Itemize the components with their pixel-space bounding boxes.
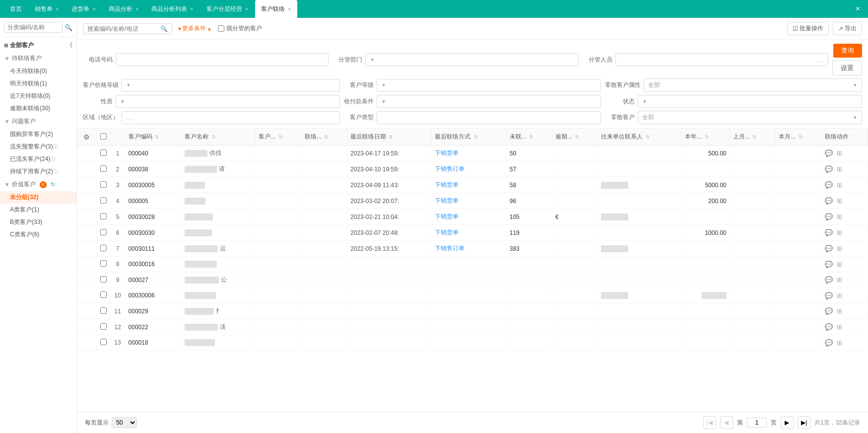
row-checkbox[interactable]: [100, 291, 107, 298]
contact-icon[interactable]: 💬: [825, 181, 833, 189]
prev-page-btn[interactable]: ◀: [720, 416, 733, 429]
sidebar-item-class-a[interactable]: A类客户(1): [0, 204, 76, 216]
status-input[interactable]: ▼: [638, 95, 862, 108]
close-sales-tab[interactable]: ×: [56, 6, 59, 12]
group-value-customers[interactable]: ▼ 价值客户 F ↻: [0, 178, 76, 191]
contact-icon[interactable]: 💬: [825, 149, 833, 157]
more-action-icon[interactable]: ⊞: [837, 339, 842, 347]
sidebar-item-churn-warning[interactable]: 流失预警客户(3)ⓘ: [0, 141, 76, 153]
sidebar-item-today-pending[interactable]: 今天待联络(0): [0, 65, 76, 77]
tab-product-analysis-list[interactable]: 商品分析列表 ×: [145, 0, 199, 18]
sidebar-item-declining[interactable]: 持续下滑客户(2)ⓘ: [0, 165, 76, 178]
tab-home[interactable]: 首页: [4, 0, 28, 18]
next-page-btn[interactable]: ▶: [781, 416, 794, 429]
close-product-analysis-tab[interactable]: ×: [135, 6, 138, 12]
customer-type-input[interactable]: [377, 111, 601, 124]
row-checkbox-cell[interactable]: [96, 241, 110, 257]
retail-attr-input[interactable]: 全部 ▼: [644, 78, 862, 92]
col-last-date[interactable]: 最后联络日期 ⇅: [347, 129, 432, 145]
last-way-link[interactable]: 下销售订单: [435, 245, 465, 252]
refresh-icon[interactable]: ↻: [51, 181, 55, 188]
col-code[interactable]: 客户编码 ⇅: [125, 129, 182, 145]
col-last-way[interactable]: 最后联络方式 ⇅: [432, 129, 507, 145]
more-action-icon[interactable]: ⊞: [837, 197, 842, 205]
col-contacts[interactable]: 往来单位联系人 ⇅: [598, 129, 682, 145]
group-pending-contact[interactable]: ▼ 待联络客户: [0, 52, 76, 65]
row-checkbox-cell[interactable]: [96, 209, 110, 225]
customer-level-input[interactable]: ▼: [377, 79, 601, 92]
select-all-checkbox[interactable]: [100, 133, 107, 140]
sidebar-item-tomorrow-pending[interactable]: 明天待联络(1): [0, 77, 76, 90]
export-btn[interactable]: ↗ 导出: [833, 22, 862, 35]
col-not-contacted[interactable]: 未联... ⇅: [506, 129, 552, 145]
contact-icon[interactable]: 💬: [825, 229, 833, 236]
col-customer-type[interactable]: 客户... ⇅: [256, 129, 301, 145]
col-last-month[interactable]: 上月... ⇅: [730, 129, 775, 145]
query-btn[interactable]: 查询: [833, 44, 862, 58]
col-contact[interactable]: 联络... ⇅: [301, 129, 347, 145]
per-page-select[interactable]: 50 100 200: [112, 417, 137, 428]
first-page-btn[interactable]: |◀: [703, 416, 716, 429]
row-checkbox[interactable]: [100, 245, 107, 251]
row-checkbox[interactable]: [100, 339, 107, 345]
page-input[interactable]: [747, 418, 767, 428]
more-action-icon[interactable]: ⊞: [837, 213, 842, 220]
more-action-icon[interactable]: ⊞: [837, 276, 842, 284]
main-search-icon[interactable]: 🔍: [160, 25, 168, 32]
main-search-input[interactable]: [87, 25, 158, 32]
batch-operations-btn[interactable]: ☑ 批量操作: [787, 22, 829, 35]
settings-icon[interactable]: ⚙: [83, 133, 90, 141]
last-way-link[interactable]: 下销货单: [435, 181, 459, 188]
col-this-month[interactable]: 本月... ⇅: [776, 129, 821, 145]
sidebar-search-input[interactable]: [4, 22, 63, 33]
sidebar-item-ungrouped[interactable]: 未分组(32): [0, 191, 76, 204]
tab-sales[interactable]: 销售单 ×: [29, 0, 65, 18]
contact-icon[interactable]: 💬: [825, 261, 833, 268]
sidebar-item-overdue-pending[interactable]: 逾期未联络(30): [0, 102, 76, 115]
tab-customer-layer[interactable]: 客户分层经营 ×: [200, 0, 254, 18]
row-checkbox[interactable]: [100, 323, 107, 330]
person-input[interactable]: ...: [615, 53, 828, 66]
last-way-link[interactable]: 下销货单: [435, 149, 459, 156]
sidebar-search-icon[interactable]: 🔍: [65, 24, 72, 31]
contact-icon[interactable]: 💬: [825, 213, 833, 220]
more-action-icon[interactable]: ⊞: [837, 261, 842, 268]
row-checkbox-cell[interactable]: [96, 193, 110, 209]
sidebar-item-7days-pending[interactable]: 近7天待联络(0): [0, 90, 76, 102]
row-checkbox[interactable]: [100, 181, 107, 188]
region-input[interactable]: ...: [122, 111, 340, 124]
contact-icon[interactable]: 💬: [825, 165, 833, 173]
row-checkbox[interactable]: [100, 213, 107, 219]
last-page-btn[interactable]: ▶|: [798, 416, 810, 429]
row-checkbox[interactable]: [100, 276, 107, 283]
row-checkbox-cell[interactable]: [96, 335, 110, 351]
my-customers-checkbox[interactable]: [218, 25, 224, 32]
contact-icon[interactable]: 💬: [825, 276, 833, 284]
last-way-link[interactable]: 下销货单: [435, 197, 459, 204]
sidebar-item-hoarding-abnormal[interactable]: 囤购异常客户(2): [0, 128, 76, 141]
close-all-tabs[interactable]: ×: [852, 4, 864, 13]
row-checkbox[interactable]: [100, 229, 107, 235]
all-customers-header[interactable]: ⊞ 全部客户 《: [0, 37, 76, 52]
reset-btn[interactable]: 设置: [832, 61, 862, 75]
last-way-link[interactable]: 下销货单: [435, 229, 459, 236]
col-overdue[interactable]: 逾期... ⇅: [552, 129, 598, 145]
row-checkbox-cell[interactable]: [96, 272, 110, 288]
close-customer-contact-tab[interactable]: ×: [288, 6, 291, 12]
row-checkbox[interactable]: [100, 307, 107, 314]
row-checkbox[interactable]: [100, 197, 107, 204]
row-checkbox[interactable]: [100, 260, 107, 267]
more-action-icon[interactable]: ⊞: [837, 229, 842, 236]
more-conditions-btn[interactable]: ▾ 更多条件 ▲: [178, 24, 212, 33]
col-name[interactable]: 客户名称 ⇅: [182, 129, 256, 145]
sidebar-item-class-c[interactable]: C类客户(6): [0, 228, 76, 241]
col-settings[interactable]: ⚙: [77, 129, 96, 145]
col-this-year[interactable]: 本年... ⇅: [682, 129, 730, 145]
contact-icon[interactable]: 💬: [825, 245, 833, 252]
row-checkbox-cell[interactable]: [96, 257, 110, 272]
row-checkbox-cell[interactable]: [96, 161, 110, 177]
row-checkbox-cell[interactable]: [96, 145, 110, 161]
more-action-icon[interactable]: ⊞: [837, 292, 842, 299]
phone-input[interactable]: [116, 53, 329, 66]
row-checkbox-cell[interactable]: [96, 319, 110, 335]
